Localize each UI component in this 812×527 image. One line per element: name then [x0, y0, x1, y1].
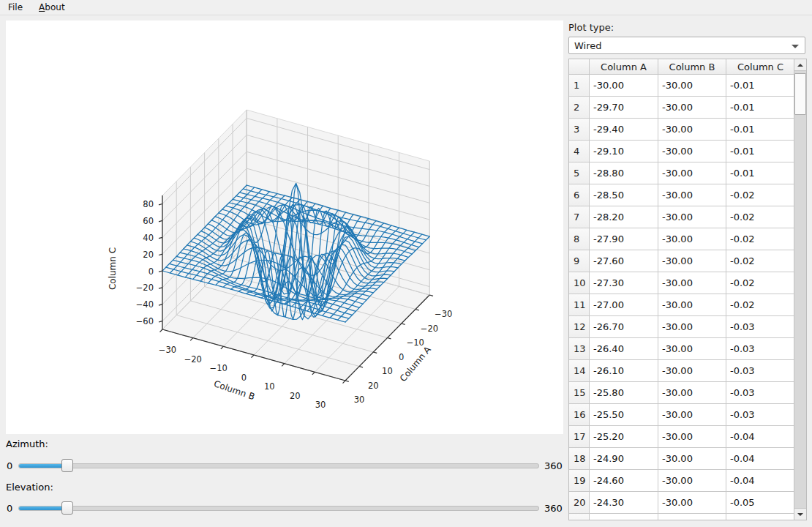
row-number-cell: 11: [569, 294, 590, 315]
scrollbar-thumb[interactable]: [794, 73, 806, 115]
chevron-down-icon: [792, 45, 799, 48]
table-row: 11-27.00-30.00-0.02: [569, 294, 795, 316]
table-cell[interactable]: -25.20: [590, 426, 658, 447]
table-cell[interactable]: -30.00: [658, 316, 726, 337]
table-cell[interactable]: -30.00: [658, 404, 726, 425]
menu-item-file[interactable]: File: [0, 1, 31, 14]
table-cell[interactable]: -30.00: [658, 250, 726, 272]
svg-text:20: 20: [143, 250, 154, 260]
table-cell[interactable]: -27.90: [590, 228, 658, 250]
table-cell[interactable]: -24.90: [590, 448, 658, 469]
scrollbar-up-button[interactable]: [794, 59, 806, 71]
table-cell[interactable]: -0.04: [726, 448, 795, 469]
table-cell[interactable]: -0.02: [726, 250, 795, 272]
svg-text:−30: −30: [435, 309, 452, 319]
row-number-cell: 3: [569, 119, 590, 140]
row-number-cell: 19: [569, 470, 590, 491]
table-row-partial: [569, 514, 795, 520]
table-cell[interactable]: -0.04: [726, 426, 795, 447]
table-cell[interactable]: -30.00: [658, 141, 726, 162]
table-cell[interactable]: -28.80: [590, 162, 658, 184]
table-cell[interactable]: -24.30: [590, 492, 658, 513]
table-cell[interactable]: -30.00: [658, 97, 726, 118]
row-number-cell: 14: [569, 360, 590, 381]
azimuth-slider-handle[interactable]: [61, 459, 73, 472]
table-cell[interactable]: -26.70: [590, 316, 658, 337]
table-cell[interactable]: -0.02: [726, 206, 795, 228]
table-cell[interactable]: -0.01: [726, 162, 795, 184]
svg-text:0: 0: [241, 373, 247, 383]
table-cell[interactable]: -29.70: [590, 97, 658, 118]
table-cell[interactable]: -30.00: [658, 119, 726, 140]
table-cell[interactable]: -30.00: [658, 294, 726, 315]
table-cell[interactable]: -30.00: [658, 75, 726, 96]
table-cell[interactable]: -27.30: [590, 272, 658, 294]
table-row: 20-24.30-30.00-0.05: [569, 492, 795, 514]
row-number-cell: 2: [569, 97, 590, 118]
scrollbar-down-button[interactable]: [794, 508, 806, 520]
table-cell[interactable]: -26.10: [590, 360, 658, 381]
data-table: Column AColumn BColumn C 1-30.00-30.00-0…: [568, 59, 807, 520]
azimuth-label: Azimuth:: [6, 438, 48, 449]
table-cell[interactable]: -25.50: [590, 404, 658, 425]
table-cell: [569, 514, 590, 520]
table-cell[interactable]: -0.03: [726, 382, 795, 403]
table-cell[interactable]: -0.02: [726, 184, 795, 206]
table-cell[interactable]: -30.00: [658, 360, 726, 381]
corner-header-cell[interactable]: [569, 59, 590, 75]
table-cell[interactable]: -30.00: [658, 426, 726, 447]
table-cell[interactable]: -30.00: [658, 184, 726, 206]
table-cell[interactable]: -30.00: [658, 492, 726, 513]
table-cell[interactable]: -0.01: [726, 97, 795, 118]
column-header-column-a[interactable]: Column A: [590, 59, 658, 75]
table-cell[interactable]: -30.00: [658, 206, 726, 228]
table-cell[interactable]: -27.00: [590, 294, 658, 315]
table-cell[interactable]: -0.01: [726, 119, 795, 140]
table-row: 7-28.20-30.00-0.02: [569, 206, 795, 228]
table-cell[interactable]: -24.60: [590, 470, 658, 491]
azimuth-slider[interactable]: [18, 463, 539, 468]
table-cell[interactable]: -0.03: [726, 338, 795, 359]
table-cell[interactable]: -30.00: [658, 272, 726, 294]
table-cell[interactable]: -0.02: [726, 272, 795, 294]
table-cell[interactable]: -30.00: [658, 470, 726, 491]
table-cell[interactable]: -0.05: [726, 492, 795, 513]
table-cell[interactable]: -26.40: [590, 338, 658, 359]
svg-text:Column C: Column C: [108, 247, 118, 290]
wireframe-3d-plot: −30−30−20−20−10−1000101020203030−60−40−2…: [6, 20, 563, 434]
table-row: 18-24.90-30.00-0.04: [569, 448, 795, 470]
row-number-cell: 1: [569, 75, 590, 96]
table-cell[interactable]: -30.00: [658, 448, 726, 469]
table-cell[interactable]: -0.03: [726, 404, 795, 425]
elevation-slider[interactable]: [18, 506, 539, 511]
table-cell[interactable]: -29.10: [590, 141, 658, 162]
table-row: 17-25.20-30.00-0.04: [569, 426, 795, 448]
table-cell[interactable]: -0.01: [726, 75, 795, 96]
table-scrollbar[interactable]: [794, 59, 806, 520]
table-cell[interactable]: -0.03: [726, 316, 795, 337]
column-header-column-b[interactable]: Column B: [658, 59, 726, 75]
table-cell[interactable]: -28.50: [590, 184, 658, 206]
table-cell[interactable]: -27.60: [590, 250, 658, 272]
table-row: 12-26.70-30.00-0.03: [569, 316, 795, 338]
elevation-slider-handle[interactable]: [61, 501, 73, 515]
table-cell[interactable]: -0.01: [726, 141, 795, 162]
plot-figure: −30−30−20−20−10−1000101020203030−60−40−2…: [6, 20, 563, 434]
table-cell[interactable]: -0.04: [726, 470, 795, 491]
plot-type-combobox[interactable]: Wired: [568, 37, 805, 54]
table-cell[interactable]: -0.02: [726, 228, 795, 250]
table-cell[interactable]: -28.20: [590, 206, 658, 228]
table-cell[interactable]: -0.03: [726, 360, 795, 381]
table-cell[interactable]: -29.40: [590, 119, 658, 140]
table-cell[interactable]: -30.00: [658, 162, 726, 184]
table-cell[interactable]: -25.80: [590, 382, 658, 403]
table-cell: [658, 514, 726, 520]
svg-text:0: 0: [399, 352, 404, 362]
table-cell[interactable]: -30.00: [658, 228, 726, 250]
menu-item-about[interactable]: About: [31, 1, 73, 14]
table-cell[interactable]: -30.00: [590, 75, 658, 96]
table-cell[interactable]: -0.02: [726, 294, 795, 315]
table-cell[interactable]: -30.00: [658, 338, 726, 359]
table-cell[interactable]: -30.00: [658, 382, 726, 403]
column-header-column-c[interactable]: Column C: [726, 59, 795, 75]
